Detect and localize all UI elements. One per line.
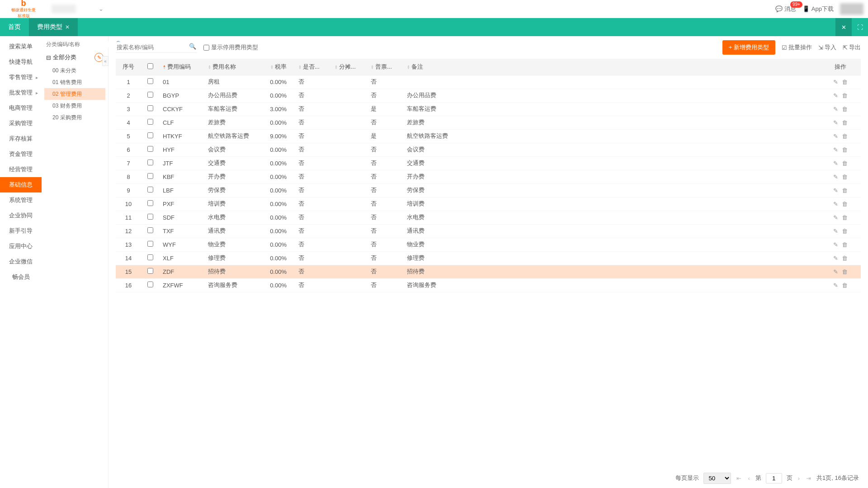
delete-icon[interactable]: 🗑 — [842, 79, 848, 85]
nav-item[interactable]: 电商管理 — [0, 100, 42, 116]
table-row[interactable]: 14XLF修理费0.00%否否修理费✎🗑 — [116, 251, 861, 265]
select-all-checkbox[interactable] — [147, 63, 153, 69]
delete-icon[interactable]: 🗑 — [842, 282, 848, 289]
row-checkbox[interactable] — [147, 132, 153, 138]
row-checkbox[interactable] — [147, 282, 153, 287]
category-item[interactable]: 00 未分类 — [44, 65, 105, 76]
table-row[interactable]: 3CCKYF车船客运费3.00%否是车船客运费✎🗑 — [116, 102, 861, 116]
nav-item[interactable]: 库存核算 — [0, 131, 42, 146]
edit-icon[interactable]: ✎ — [833, 214, 838, 221]
import-button[interactable]: ⇲导入 — [818, 43, 836, 52]
row-checkbox[interactable] — [147, 105, 153, 111]
edit-icon[interactable]: ✎ — [833, 255, 838, 262]
nav-item[interactable]: 新手引导 — [0, 223, 42, 239]
table-row[interactable]: 10PXF培训费0.00%否否培训费✎🗑 — [116, 197, 861, 211]
org-selector[interactable]: ⌄ — [52, 5, 104, 13]
table-row[interactable]: 5HTKYF航空铁路客运费9.00%否是航空铁路客运费✎🗑 — [116, 129, 861, 143]
page-input[interactable] — [766, 473, 782, 483]
row-checkbox[interactable] — [147, 268, 153, 274]
category-item[interactable]: 01 销售费用 — [44, 76, 105, 88]
tab-close-all[interactable]: ✕ — [835, 18, 852, 36]
nav-item[interactable]: 采购管理 — [0, 116, 42, 131]
nav-item[interactable]: 快捷导航 — [0, 54, 42, 70]
edit-icon[interactable]: ✎ — [833, 241, 838, 248]
nav-item[interactable]: 零售管理 — [0, 70, 42, 85]
table-row[interactable]: 12TXF通讯费0.00%否否通讯费✎🗑 — [116, 224, 861, 238]
edit-icon[interactable]: ✎ — [833, 133, 838, 140]
nav-item[interactable]: 企业协同 — [0, 208, 42, 223]
delete-icon[interactable]: 🗑 — [842, 228, 848, 235]
batch-ops-button[interactable]: ☑批量操作 — [782, 43, 812, 52]
nav-item[interactable]: 系统管理 — [0, 192, 42, 208]
delete-icon[interactable]: 🗑 — [842, 92, 848, 99]
edit-icon[interactable]: ✎ — [833, 174, 838, 180]
category-item[interactable]: 20 采购费用 — [44, 112, 105, 123]
first-page-icon[interactable]: ⇤ — [736, 475, 742, 482]
delete-icon[interactable]: 🗑 — [842, 268, 848, 275]
table-row[interactable]: 13WYF物业费0.00%否否物业费✎🗑 — [116, 238, 861, 251]
table-row[interactable]: 8KBF开办费0.00%否否开办费✎🗑 — [116, 170, 861, 183]
row-checkbox[interactable] — [147, 173, 153, 179]
edit-icon[interactable]: ✎ — [833, 228, 838, 235]
table-row[interactable]: 2BGYP办公用品费0.00%否否办公用品费✎🗑 — [116, 89, 861, 102]
category-all-label[interactable]: 全部分类 — [53, 53, 76, 61]
nav-item[interactable]: 畅会员 — [0, 269, 42, 285]
row-checkbox[interactable] — [147, 241, 153, 247]
delete-icon[interactable]: 🗑 — [842, 201, 848, 207]
show-disabled-checkbox[interactable]: 显示停用费用类型 — [203, 43, 258, 52]
table-row[interactable]: 101房租0.00%否否✎🗑 — [116, 75, 861, 89]
edit-icon[interactable]: ✎ — [833, 106, 838, 113]
row-checkbox[interactable] — [147, 119, 153, 125]
edit-icon[interactable]: ✎ — [833, 160, 838, 167]
row-checkbox[interactable] — [147, 78, 153, 84]
delete-icon[interactable]: 🗑 — [842, 106, 848, 113]
row-checkbox[interactable] — [147, 200, 153, 206]
search-icon[interactable]: 🔍 — [189, 43, 196, 50]
nav-item[interactable]: 基础信息 — [0, 177, 42, 192]
row-checkbox[interactable] — [147, 187, 153, 192]
export-button[interactable]: ⇱导出 — [843, 43, 861, 52]
category-search-input[interactable] — [46, 41, 114, 47]
row-checkbox[interactable] — [147, 92, 153, 98]
delete-icon[interactable]: 🗑 — [842, 187, 848, 194]
col-ft[interactable]: ▲▼分摊... — [331, 59, 367, 75]
delete-icon[interactable]: 🗑 — [842, 160, 848, 167]
edit-icon[interactable]: ✎ — [833, 92, 838, 99]
next-page-icon[interactable]: › — [797, 475, 801, 482]
category-item[interactable]: 03 财务费用 — [44, 100, 105, 112]
edit-icon[interactable]: ✎ — [833, 201, 838, 207]
nav-item[interactable]: 批发管理 — [0, 85, 42, 100]
per-page-select[interactable]: 50 — [703, 473, 731, 484]
fullscreen-toggle[interactable]: ⛶ — [852, 18, 868, 36]
table-row[interactable]: 4CLF差旅费0.00%否否差旅费✎🗑 — [116, 116, 861, 129]
row-checkbox[interactable] — [147, 146, 153, 152]
prev-page-icon[interactable]: ‹ — [747, 475, 750, 482]
avatar[interactable] — [840, 3, 863, 15]
edit-icon[interactable]: ✎ — [833, 119, 838, 126]
edit-icon[interactable]: ✎ — [833, 79, 838, 85]
delete-icon[interactable]: 🗑 — [842, 255, 848, 262]
col-rate[interactable]: ▲▼税率 — [263, 59, 295, 75]
col-pp[interactable]: ▲▼普票... — [367, 59, 403, 75]
delete-icon[interactable]: 🗑 — [842, 174, 848, 180]
edit-icon[interactable]: ✎ — [833, 282, 838, 289]
tree-root-icon[interactable]: ⊟ — [46, 54, 51, 61]
delete-icon[interactable]: 🗑 — [842, 241, 848, 248]
tab-费用类型[interactable]: 费用类型✕ — [29, 18, 78, 36]
col-seq[interactable]: 序号 — [116, 59, 141, 75]
app-download-link[interactable]: 📱 App下载 — [802, 5, 834, 13]
last-page-icon[interactable]: ⇥ — [805, 475, 812, 482]
add-expense-type-button[interactable]: + 新增费用类型 — [722, 40, 775, 55]
col-code[interactable]: ▲▼费用编码 — [159, 59, 204, 75]
row-checkbox[interactable] — [147, 160, 153, 165]
delete-icon[interactable]: 🗑 — [842, 119, 848, 126]
table-row[interactable]: 11SDF水电费0.00%否否水电费✎🗑 — [116, 211, 861, 224]
nav-item[interactable]: 搜索菜单 — [0, 39, 42, 54]
row-checkbox[interactable] — [147, 227, 153, 233]
search-input[interactable] — [116, 42, 197, 53]
tab-首页[interactable]: 首页 — [0, 18, 29, 36]
nav-item[interactable]: 应用中心 — [0, 239, 42, 254]
edit-icon[interactable]: ✎ — [833, 268, 838, 275]
table-row[interactable]: 15ZDF招待费0.00%否否招待费✎🗑 — [116, 265, 861, 278]
nav-item[interactable]: 企业微信 — [0, 254, 42, 269]
